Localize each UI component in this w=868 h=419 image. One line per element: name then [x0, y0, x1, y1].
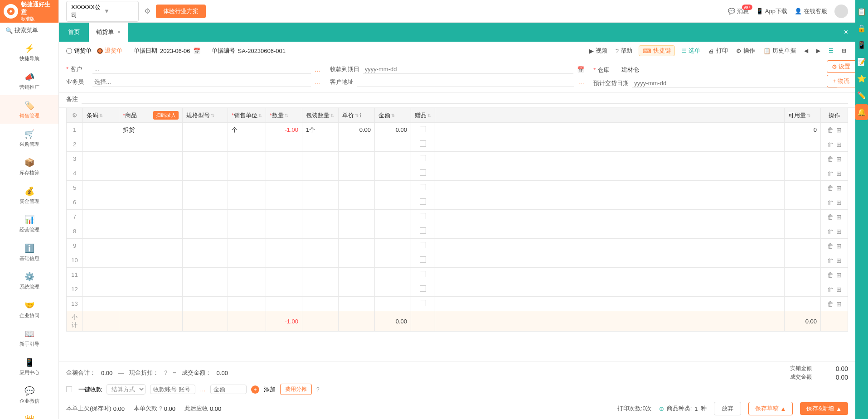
delete-icon[interactable]: 🗑 [827, 300, 834, 308]
sidebar-item-basics[interactable]: ℹ️ 基础信息 [0, 238, 58, 266]
row-gift[interactable] [411, 268, 435, 282]
row-unit[interactable] [228, 210, 266, 224]
delete-icon[interactable]: 🗑 [827, 126, 834, 134]
row-spec[interactable] [183, 123, 228, 137]
sidebar-item-inventory[interactable]: 📦 库存核算 [0, 152, 58, 181]
tab-close-btn[interactable]: × [837, 28, 855, 36]
save-draft-chevron[interactable]: ▲ [781, 405, 786, 412]
row-pack[interactable] [302, 166, 339, 181]
row-goods[interactable] [119, 268, 183, 282]
row-barcode[interactable] [83, 123, 119, 137]
row-pack[interactable] [302, 268, 339, 282]
row-goods[interactable] [119, 137, 183, 152]
row-barcode[interactable] [83, 137, 119, 152]
row-goods[interactable] [119, 224, 183, 239]
th-setting[interactable]: ⚙ [67, 108, 83, 123]
gift-checkbox[interactable] [420, 169, 426, 176]
copy-icon[interactable]: ⊞ [836, 184, 842, 192]
prev-btn[interactable]: ◀ [802, 47, 810, 55]
row-gift[interactable] [411, 210, 435, 224]
row-spec[interactable] [183, 210, 228, 224]
row-amount[interactable] [375, 297, 411, 311]
row-barcode[interactable] [83, 166, 119, 181]
row-goods[interactable] [119, 239, 183, 253]
user-avatar[interactable] [834, 5, 848, 18]
row-spec[interactable] [183, 282, 228, 297]
row-price[interactable] [339, 152, 375, 166]
row-pack[interactable] [302, 253, 339, 268]
salesman-input[interactable] [92, 77, 311, 87]
row-goods[interactable]: 拆货 [119, 123, 183, 137]
scan-button[interactable]: 扫码录入 [153, 111, 179, 120]
sidebar-item-marketing[interactable]: 📣 营销推广 [0, 67, 58, 95]
settings-button[interactable]: ⚙ 设置 [827, 60, 855, 73]
settings-gear-icon[interactable]: ⚙ [144, 7, 150, 15]
right-panel-alert[interactable]: 🔔 [855, 104, 868, 120]
row-spec[interactable] [183, 181, 228, 195]
right-panel-notes[interactable]: 📋 [855, 4, 868, 19]
delete-icon[interactable]: 🗑 [827, 271, 834, 279]
row-unit[interactable] [228, 282, 266, 297]
row-barcode[interactable] [83, 152, 119, 166]
row-amount[interactable] [375, 137, 411, 152]
row-barcode[interactable] [83, 239, 119, 253]
row-spec[interactable] [183, 268, 228, 282]
account-more-icon[interactable]: … [200, 386, 206, 393]
gift-checkbox[interactable] [420, 140, 426, 147]
customer-more-icon[interactable]: … [315, 66, 321, 73]
radio-return-order[interactable]: 退货单 [97, 47, 122, 55]
history-btn[interactable]: 📋 历史单据 [761, 46, 798, 56]
row-spec[interactable] [183, 253, 228, 268]
row-goods[interactable] [119, 195, 183, 210]
row-price[interactable] [339, 224, 375, 239]
help-btn[interactable]: ? 帮助 [614, 46, 634, 56]
row-gift[interactable] [411, 166, 435, 181]
one-click-settle-checkbox[interactable] [66, 386, 72, 392]
save-new-chevron[interactable]: ▲ [836, 405, 842, 412]
row-price[interactable] [339, 282, 375, 297]
row-amount[interactable] [375, 210, 411, 224]
row-qty[interactable] [266, 239, 302, 253]
row-price[interactable] [339, 253, 375, 268]
row-amount[interactable] [375, 253, 411, 268]
row-qty[interactable] [266, 224, 302, 239]
row-pack[interactable] [302, 224, 339, 239]
row-barcode[interactable] [83, 181, 119, 195]
customer-address-input[interactable] [357, 77, 575, 87]
row-price[interactable] [339, 181, 375, 195]
sidebar-item-purchase[interactable]: 🛒 采购管理 [0, 124, 58, 152]
copy-icon[interactable]: ⊞ [836, 213, 842, 221]
row-spec[interactable] [183, 224, 228, 239]
sidebar-item-quick-nav[interactable]: ⚡ 快捷导航 [0, 38, 58, 67]
sidebar-item-operations[interactable]: 📊 经营管理 [0, 209, 58, 238]
row-price[interactable] [339, 210, 375, 224]
row-qty[interactable] [266, 268, 302, 282]
row-goods[interactable] [119, 253, 183, 268]
copy-icon[interactable]: ⊞ [836, 228, 842, 235]
row-amount[interactable] [375, 282, 411, 297]
row-unit[interactable] [228, 268, 266, 282]
shortcut-btn[interactable]: ⌨ 快捷键 [639, 45, 675, 56]
row-amount[interactable] [375, 195, 411, 210]
message-button[interactable]: 💬 消息 99+ [728, 7, 749, 15]
row-spec[interactable] [183, 297, 228, 311]
copy-icon[interactable]: ⊞ [836, 170, 842, 177]
row-goods[interactable] [119, 282, 183, 297]
next-btn[interactable]: ▶ [815, 47, 822, 55]
row-price[interactable] [339, 239, 375, 253]
copy-icon[interactable]: ⊞ [836, 126, 842, 134]
row-barcode[interactable] [83, 253, 119, 268]
row-qty[interactable]: -1.00 [266, 123, 302, 137]
row-goods[interactable] [119, 297, 183, 311]
receipt-date-input[interactable] [363, 65, 574, 74]
copy-icon[interactable]: ⊞ [836, 257, 842, 264]
tab-home[interactable]: 首页 [59, 23, 89, 42]
row-amount[interactable] [375, 239, 411, 253]
row-price[interactable] [339, 137, 375, 152]
row-qty[interactable] [266, 152, 302, 166]
row-barcode[interactable] [83, 297, 119, 311]
print-btn[interactable]: 🖨 打印 [707, 46, 730, 56]
plan-button[interactable]: 体验行业方案 [156, 5, 206, 18]
app-download-button[interactable]: 📱 App下载 [756, 7, 787, 15]
logistics-button[interactable]: + 物流 [827, 75, 855, 87]
